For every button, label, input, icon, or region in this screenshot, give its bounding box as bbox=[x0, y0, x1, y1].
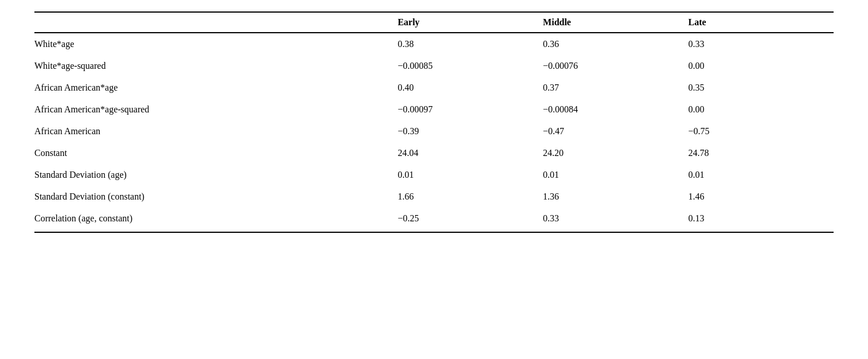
table-row: Standard Deviation (constant)1.661.361.4… bbox=[34, 186, 834, 208]
row-label: African American bbox=[34, 120, 398, 142]
row-early: −0.00085 bbox=[398, 55, 543, 77]
data-table: Early Middle Late White*age0.380.360.33W… bbox=[34, 11, 834, 229]
row-early: 0.38 bbox=[398, 33, 543, 55]
row-early: 0.40 bbox=[398, 77, 543, 99]
col-header-early: Early bbox=[398, 12, 543, 33]
row-label: Constant bbox=[34, 142, 398, 164]
table-row: Standard Deviation (age)0.010.010.01 bbox=[34, 164, 834, 186]
row-middle: −0.47 bbox=[543, 120, 688, 142]
row-late: −0.75 bbox=[689, 120, 834, 142]
row-label: White*age bbox=[34, 33, 398, 55]
row-middle: 0.36 bbox=[543, 33, 688, 55]
row-label: Standard Deviation (age) bbox=[34, 164, 398, 186]
table-container: Early Middle Late White*age0.380.360.33W… bbox=[34, 11, 834, 233]
table-row: African American*age0.400.370.35 bbox=[34, 77, 834, 99]
table-row: White*age0.380.360.33 bbox=[34, 33, 834, 55]
row-middle: 0.01 bbox=[543, 164, 688, 186]
row-middle: 1.36 bbox=[543, 186, 688, 208]
row-early: 24.04 bbox=[398, 142, 543, 164]
row-early: 0.01 bbox=[398, 164, 543, 186]
row-early: 1.66 bbox=[398, 186, 543, 208]
row-middle: 24.20 bbox=[543, 142, 688, 164]
row-label: African American*age-squared bbox=[34, 99, 398, 120]
table-row: African American−0.39−0.47−0.75 bbox=[34, 120, 834, 142]
table-row: Constant24.0424.2024.78 bbox=[34, 142, 834, 164]
row-label: Correlation (age, constant) bbox=[34, 208, 398, 229]
row-label: African American*age bbox=[34, 77, 398, 99]
row-late: 1.46 bbox=[689, 186, 834, 208]
table-row: White*age-squared−0.00085−0.000760.00 bbox=[34, 55, 834, 77]
table-header-row: Early Middle Late bbox=[34, 12, 834, 33]
row-middle: −0.00076 bbox=[543, 55, 688, 77]
row-late: 24.78 bbox=[689, 142, 834, 164]
col-header-middle: Middle bbox=[543, 12, 688, 33]
table-bottom-border bbox=[34, 232, 834, 233]
col-header-late: Late bbox=[689, 12, 834, 33]
row-middle: 0.37 bbox=[543, 77, 688, 99]
col-header-label bbox=[34, 12, 398, 33]
row-late: 0.01 bbox=[689, 164, 834, 186]
row-late: 0.13 bbox=[689, 208, 834, 229]
row-early: −0.39 bbox=[398, 120, 543, 142]
row-early: −0.25 bbox=[398, 208, 543, 229]
row-late: 0.00 bbox=[689, 55, 834, 77]
row-label: Standard Deviation (constant) bbox=[34, 186, 398, 208]
table-row: African American*age-squared−0.00097−0.0… bbox=[34, 99, 834, 120]
row-late: 0.00 bbox=[689, 99, 834, 120]
row-middle: −0.00084 bbox=[543, 99, 688, 120]
row-early: −0.00097 bbox=[398, 99, 543, 120]
table-row: Correlation (age, constant)−0.250.330.13 bbox=[34, 208, 834, 229]
row-middle: 0.33 bbox=[543, 208, 688, 229]
row-late: 0.33 bbox=[689, 33, 834, 55]
row-late: 0.35 bbox=[689, 77, 834, 99]
row-label: White*age-squared bbox=[34, 55, 398, 77]
